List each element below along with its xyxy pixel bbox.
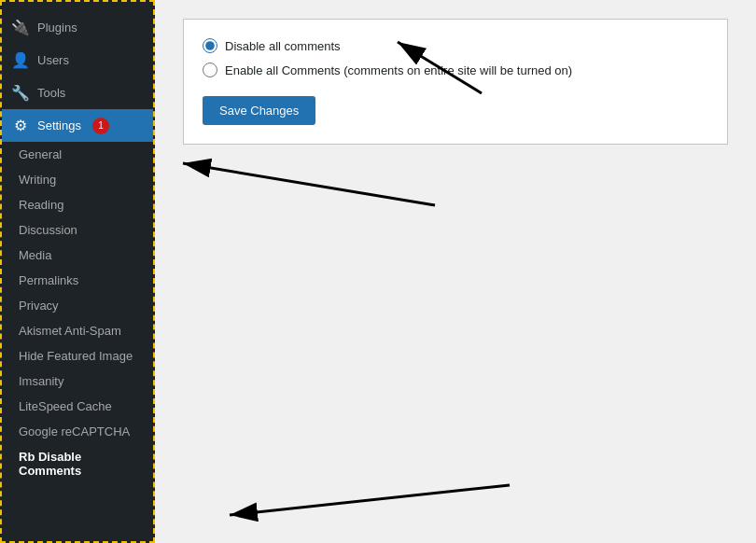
submenu-item-litespeed[interactable]: LiteSpeed Cache	[2, 394, 153, 419]
submenu-item-general[interactable]: General	[2, 142, 153, 167]
submenu-item-reading[interactable]: Reading	[2, 192, 153, 217]
submenu-item-discussion[interactable]: Discussion	[2, 217, 153, 243]
main-content: Disable all comments Enable all Comments…	[155, 0, 756, 543]
sidebar-item-tools[interactable]: 🔧 Tools	[2, 77, 153, 109]
radio-option-enable[interactable]: Enable all Comments (comments on entire …	[203, 63, 708, 77]
plugins-icon: 🔌	[11, 19, 30, 36]
submenu-label-permalinks: Permalinks	[19, 273, 78, 287]
sidebar-label-tools: Tools	[37, 86, 65, 100]
sidebar-label-settings: Settings	[37, 118, 81, 132]
submenu-label-imsanity: Imsanity	[19, 374, 63, 388]
submenu-label-rb-disable: Rb Disable Comments	[19, 450, 144, 478]
submenu-label-general: General	[19, 147, 62, 161]
sidebar-item-plugins[interactable]: 🔌 Plugins	[2, 11, 153, 44]
submenu-label-media: Media	[19, 248, 51, 262]
submenu-label-privacy: Privacy	[19, 299, 59, 313]
radio-disable-all[interactable]	[203, 38, 217, 53]
submenu-item-akismet[interactable]: Akismet Anti-Spam	[2, 318, 153, 343]
tools-icon: 🔧	[11, 84, 30, 102]
submenu-item-privacy[interactable]: Privacy	[2, 293, 153, 318]
submenu-label-reading: Reading	[19, 198, 63, 212]
submenu-item-recaptcha[interactable]: Google reCAPTCHA	[2, 419, 153, 444]
submenu-label-hide-featured: Hide Featured Image	[19, 349, 133, 363]
page-wrapper: 🔌 Plugins 👤 Users 🔧 Tools ⚙ Settings 1 G…	[0, 0, 756, 543]
settings-badge: 1	[92, 118, 109, 134]
sidebar: 🔌 Plugins 👤 Users 🔧 Tools ⚙ Settings 1 G…	[0, 0, 155, 543]
radio-enable-all[interactable]	[203, 63, 217, 77]
sidebar-label-plugins: Plugins	[37, 21, 77, 35]
submenu-item-media[interactable]: Media	[2, 243, 153, 268]
submenu-label-akismet: Akismet Anti-Spam	[19, 324, 121, 338]
submenu-item-imsanity[interactable]: Imsanity	[2, 369, 153, 394]
submenu-label-recaptcha: Google reCAPTCHA	[19, 425, 130, 439]
svg-line-2	[230, 485, 510, 515]
radio-group: Disable all comments Enable all Comments…	[203, 38, 708, 77]
settings-icon: ⚙	[11, 117, 30, 134]
save-changes-button[interactable]: Save Changes	[203, 96, 315, 125]
submenu-label-discussion: Discussion	[19, 223, 77, 237]
radio-enable-label: Enable all Comments (comments on entire …	[225, 63, 572, 77]
submenu-label-litespeed: LiteSpeed Cache	[19, 399, 112, 413]
svg-line-1	[183, 163, 435, 205]
users-icon: 👤	[11, 51, 30, 69]
sidebar-item-settings[interactable]: ⚙ Settings 1	[2, 109, 153, 142]
sidebar-item-users[interactable]: 👤 Users	[2, 44, 153, 77]
radio-disable-label: Disable all comments	[225, 39, 341, 53]
sidebar-label-users: Users	[37, 53, 69, 67]
submenu-item-hide-featured[interactable]: Hide Featured Image	[2, 343, 153, 369]
submenu-item-writing[interactable]: Writing	[2, 167, 153, 192]
radio-option-disable[interactable]: Disable all comments	[203, 38, 708, 53]
submenu-item-permalinks[interactable]: Permalinks	[2, 268, 153, 293]
submenu-label-writing: Writing	[19, 173, 56, 187]
submenu-item-rb-disable[interactable]: Rb Disable Comments	[2, 444, 153, 483]
content-box: Disable all comments Enable all Comments…	[183, 19, 728, 145]
